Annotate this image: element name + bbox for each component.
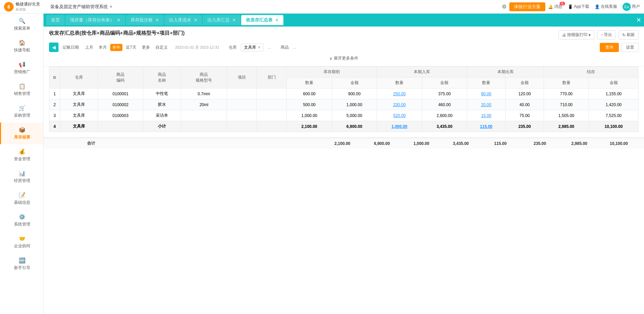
sidebar-label-system: 系统管理 [14,221,30,227]
sidebar-item-sales[interactable]: 📋 销售管理 [0,79,43,101]
warehouse-tag-close[interactable]: ✕ [258,45,261,50]
date-btn-last-month[interactable]: 上月 [83,44,95,51]
row-in-qty[interactable]: 1,000.00 [377,121,422,132]
top-bar: 6 畅捷通好生意 标准版 装备及固定资产辅助管理系统 ▾ ⚙ 体验行业方案 🔔 … [0,0,644,14]
row-end-qty: 710.00 [544,99,589,110]
col-end-qty-header: 数量 [544,78,589,88]
tab-inout-summary[interactable]: 出入库汇总 ✕ [203,15,241,25]
row-end-qty: 1,505.00 [544,110,589,121]
print-label: 按模版打印 [567,32,588,38]
row-out-amt: 235.00 [506,121,544,132]
date-btn-7days[interactable]: 近7天 [124,44,138,51]
col-out-qty-header: 数量 [467,78,506,88]
tab-batch-label: 库存批次账 [131,17,153,23]
sidebar-item-marketing[interactable]: 📢 营销推广 [0,57,43,79]
row-in-qty[interactable]: 520.00 [377,110,422,121]
sidebar-item-purchase[interactable]: 🛒 采购管理 [0,101,43,122]
row-no: 2 [49,99,60,110]
tab-home[interactable]: 首页 [46,15,65,25]
app-download-button[interactable]: 📱 App下载 [568,4,589,10]
filter-toggle-button[interactable]: ◀ [49,43,59,52]
sidebar-label-marketing: 营销推广 [14,69,30,75]
tab-batch[interactable]: 库存批次账 ✕ [126,15,164,25]
row-no: 4 [49,121,60,132]
row-in-qty[interactable]: 230.00 [377,99,422,110]
tab-inout-flow[interactable]: 出入库流水 ✕ [164,15,202,25]
search-icon: 🔍 [19,18,26,24]
sidebar-item-basic[interactable]: 📝 基础信息 [0,188,43,210]
tab-inout-flow-close[interactable]: ✕ [194,18,197,22]
home-icon: 🏠 [19,39,26,46]
set-button[interactable]: 设置 [622,43,639,52]
row-out-qty[interactable]: 80.00 [467,88,506,99]
sidebar-label-corp: 企业协同 [14,243,30,249]
row-name: 胶水 [143,99,181,110]
tab-stock-dist[interactable]: 现存量（库存分布表） ✕ [65,15,125,25]
date-range-display: 2023-01-01 至 2023-12-31 [175,45,219,50]
date-btn-more[interactable]: 更多 [140,44,152,51]
online-service-button[interactable]: 👤 在线客服 [595,4,617,10]
tab-recv-send[interactable]: 收发存汇总表 ✕ [241,15,283,25]
tab-window-close-button[interactable]: ✕ [636,16,641,24]
row-out-qty[interactable]: 15.00 [467,110,506,121]
inventory-icon: 📦 [19,127,26,133]
phone-icon: 📱 [568,4,573,9]
operation-icon: 📊 [19,170,26,177]
sidebar-item-finance[interactable]: 💰 资金管理 [0,144,43,166]
tab-stock-dist-close[interactable]: ✕ [117,18,120,22]
bell-icon: 🔔 [548,4,553,9]
expand-conditions-row[interactable]: ∨ 展开更多条件 [49,53,639,63]
finance-icon: 💰 [19,148,26,155]
row-dept [257,99,287,110]
date-btn-this-month[interactable]: 本月 [97,44,109,51]
tab-inout-summary-label: 出入库汇总 [208,17,230,23]
row-init-amt: 6,900.00 [332,121,377,132]
refresh-label: 刷新 [627,32,635,38]
tab-recv-send-close[interactable]: ✕ [275,18,279,22]
user-menu[interactable]: Ea 用户 [623,3,640,11]
row-out-qty[interactable]: 115.00 [467,121,506,132]
sidebar-item-search[interactable]: 🔍 搜索菜单 [0,14,43,35]
top-right: 🔔 消息 6 📱 App下载 👤 在线客服 Ea 用户 [548,3,640,11]
sidebar-item-guide[interactable]: 🆕 新手引导 [0,253,43,275]
user-label: 用户 [632,4,640,10]
tab-inout-summary-close[interactable]: ✕ [232,18,236,22]
footer-out-qty: 115.00 [481,141,520,146]
goods-more[interactable]: ... [293,45,296,50]
warehouse-tag[interactable]: 文具库 ✕ [241,44,264,51]
gear-button[interactable]: ⚙ [502,3,507,10]
sidebar-item-operation[interactable]: 📊 经营管理 [0,166,43,188]
app-download-label: App下载 [574,4,589,10]
query-button[interactable]: 查询 [600,43,619,52]
row-init-amt: 900.00 [332,88,377,99]
sidebar-item-corp[interactable]: 🤝 企业协同 [0,231,43,253]
row-in-qty[interactable]: 250.00 [377,88,422,99]
table-row: 2文具库0100002胶水20ml500.001,000.00230.00460… [49,99,639,110]
date-btn-this-year[interactable]: 本年 [110,44,122,51]
row-code: 0100003 [98,110,143,121]
date-btn-custom[interactable]: 自定义 [153,44,170,51]
row-warehouse: 文具库 [60,99,98,110]
warehouse-more[interactable]: ... [268,45,271,50]
sidebar-item-quick[interactable]: 🏠 快捷导航 [0,35,43,57]
col-gear-header: ⚙ [49,67,60,88]
row-out-qty[interactable]: 20.00 [467,99,506,110]
notification-button[interactable]: 🔔 消息 6 [548,4,562,10]
try-industry-button[interactable]: 体验行业方案 [509,2,545,11]
refresh-button[interactable]: ↻ 刷新 [618,30,639,39]
export-button[interactable]: ↑ 导出 [597,30,616,39]
sidebar-item-inventory[interactable]: 📦 库存核算 [0,122,43,144]
table-row: 1文具库0100001中性笔0.7mm600.00900.00250.00375… [49,88,639,99]
row-project [227,121,257,132]
print-button[interactable]: 🖨 按模版打印 ▾ [558,30,594,39]
main-layout: 🔍 搜索菜单 🏠 快捷导航 📢 营销推广 📋 销售管理 🛒 采购管理 📦 库存核… [0,14,644,314]
sidebar-item-system[interactable]: ⚙️ 系统管理 [0,210,43,231]
row-end-amt: 10,100.00 [589,121,639,132]
row-in-amt: 3,435.00 [422,121,467,132]
row-init-qty: 1,000.00 [287,110,332,121]
sidebar-label-finance: 资金管理 [14,156,30,162]
footer-out-amt: 235.00 [520,141,560,146]
sales-icon: 📋 [19,83,26,89]
tab-batch-close[interactable]: ✕ [155,18,159,22]
row-name: 中性笔 [143,88,181,99]
